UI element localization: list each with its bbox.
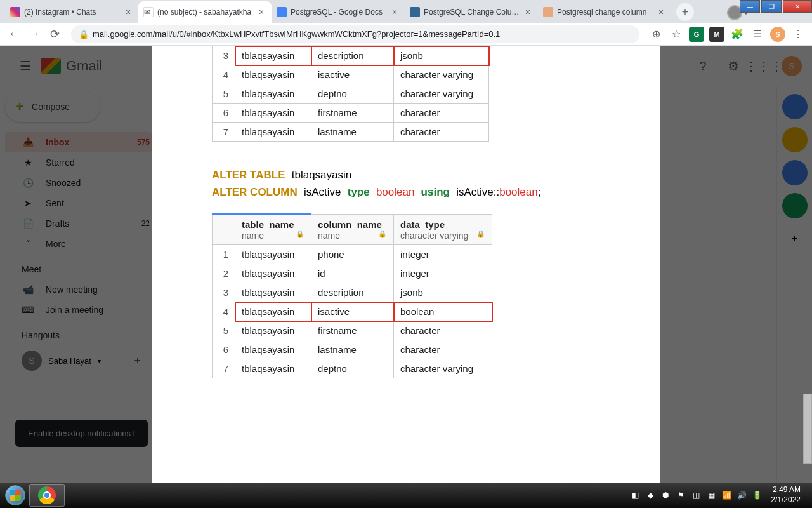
tray-icon[interactable]: ◆ — [645, 490, 655, 500]
table-row: 1tblaqsayasinphoneinteger — [213, 245, 492, 264]
browser-tab[interactable]: PostgreSQL Change Column × — [405, 1, 538, 23]
docs-icon — [277, 7, 287, 17]
extension-icon[interactable]: M — [709, 27, 724, 42]
reading-list-icon[interactable]: ☰ — [749, 25, 766, 43]
bookmark-star-icon[interactable]: ☆ — [667, 25, 685, 43]
clock-time: 2:49 AM — [771, 485, 801, 495]
url-input[interactable]: 🔒 mail.google.com/mail/u/0/#inbox/KtbxLw… — [71, 25, 639, 43]
tray-icon[interactable]: ⬢ — [660, 490, 671, 500]
result-table-2: table_namename🔒column_namename🔒data_type… — [212, 213, 492, 378]
tab-close-icon[interactable]: × — [656, 7, 666, 17]
tab-title: PostgreSQL - Google Docs — [291, 8, 387, 17]
table-row: 2tblaqsayasinidinteger — [213, 264, 492, 283]
window-close-button[interactable]: ✕ — [783, 0, 812, 13]
address-bar: ← → ⟳ 🔒 mail.google.com/mail/u/0/#inbox/… — [0, 23, 812, 46]
table-row: 5tblaqsayasinfirstnamecharacter — [213, 321, 492, 340]
favicon — [543, 7, 553, 17]
clock-date: 2/1/2022 — [771, 495, 801, 505]
window-minimize-button[interactable]: — — [740, 0, 760, 13]
clock[interactable]: 2:49 AM 2/1/2022 — [767, 485, 804, 505]
tab-close-icon[interactable]: × — [123, 7, 133, 17]
column-header: data_typecharacter varying🔒 — [394, 215, 492, 245]
tab-title: (2) Instagram • Chats — [24, 8, 121, 17]
browser-tab[interactable]: PostgreSQL - Google Docs × — [272, 1, 405, 23]
back-button[interactable]: ← — [5, 25, 23, 43]
tab-title: PostgreSQL Change Column — [424, 8, 520, 17]
tray-icon[interactable]: ▦ — [706, 490, 716, 500]
tab-close-icon[interactable]: × — [256, 7, 266, 17]
tray-icon[interactable]: ⚑ — [676, 490, 686, 500]
tab-title: (no subject) - sabahayatkha — [157, 8, 254, 17]
windows-taskbar: ◧ ◆ ⬢ ⚑ ◫ ▦ 📶 🔊 🔋 2:49 AM 2/1/2022 — [0, 483, 812, 508]
browser-tab[interactable]: Postgresql change column × — [538, 1, 671, 23]
battery-icon[interactable]: 🔋 — [752, 490, 762, 500]
forward-button[interactable]: → — [25, 25, 43, 43]
window-maximize-button[interactable]: ❐ — [761, 0, 782, 13]
browser-tab[interactable]: ✉ (no subject) - sabahayatkha × — [138, 1, 272, 23]
tab-title: Postgresql change column — [557, 8, 653, 17]
new-tab-button[interactable]: + — [676, 3, 694, 21]
tab-close-icon[interactable]: × — [523, 7, 533, 17]
column-header: column_namename🔒 — [311, 215, 394, 245]
table-row: 6tblaqsayasinfirstnamecharacter — [213, 104, 489, 123]
tray-icon[interactable]: ◧ — [630, 490, 640, 500]
sql-code-block: ALTER TABLE tblaqsayasin ALTER COLUMN is… — [212, 167, 651, 201]
network-icon[interactable]: 📶 — [721, 490, 731, 500]
system-tray: ◧ ◆ ⬢ ⚑ ◫ ▦ 📶 🔊 🔋 2:49 AM 2/1/2022 — [630, 485, 809, 505]
table-row: 3tblaqsayasindescriptionjsonb — [213, 46, 489, 65]
attachment-viewer: 3tblaqsayasindescriptionjsonb4tblaqsayas… — [152, 46, 660, 483]
browser-tab-strip: (2) Instagram • Chats × ✉ (no subject) -… — [0, 0, 812, 23]
chrome-taskbar-button[interactable] — [29, 484, 65, 507]
tray-icon[interactable]: ◫ — [691, 490, 701, 500]
scrollbar-thumb[interactable] — [803, 394, 812, 464]
gmail-icon: ✉ — [143, 7, 154, 17]
result-table-1: 3tblaqsayasindescriptionjsonb4tblaqsayas… — [212, 46, 489, 142]
table-row: 4tblaqsayasinisactivecharacter varying — [213, 65, 489, 84]
browser-tab[interactable]: (2) Instagram • Chats × — [5, 1, 138, 23]
instagram-icon — [10, 7, 20, 17]
table-row: 6tblaqsayasinlastnamecharacter — [213, 340, 492, 359]
tab-close-icon[interactable]: × — [390, 7, 400, 17]
table-row: 7tblaqsayasindeptnocharacter varying — [213, 359, 492, 378]
postgres-icon — [410, 7, 420, 17]
extension-icon[interactable]: G — [689, 27, 704, 42]
url-text: mail.google.com/mail/u/0/#inbox/KtbxLwHP… — [93, 29, 500, 39]
reload-button[interactable]: ⟳ — [46, 25, 63, 43]
install-app-icon[interactable]: ⊕ — [647, 25, 665, 43]
table-row: 4tblaqsayasinisactiveboolean — [213, 302, 492, 321]
table-row: 3tblaqsayasindescriptionjsonb — [213, 283, 492, 302]
lock-icon: 🔒 — [79, 30, 88, 39]
extensions-puzzle-icon[interactable]: 🧩 — [728, 25, 746, 43]
column-header: table_namename🔒 — [235, 215, 311, 245]
profile-badge[interactable]: S — [770, 27, 785, 42]
chrome-menu-icon[interactable]: ⋮ — [789, 25, 807, 43]
table-row: 7tblaqsayasinlastnamecharacter — [213, 123, 489, 142]
volume-icon[interactable]: 🔊 — [737, 490, 747, 500]
start-button[interactable] — [3, 485, 28, 505]
table-row: 5tblaqsayasindeptnocharacter varying — [213, 84, 489, 104]
